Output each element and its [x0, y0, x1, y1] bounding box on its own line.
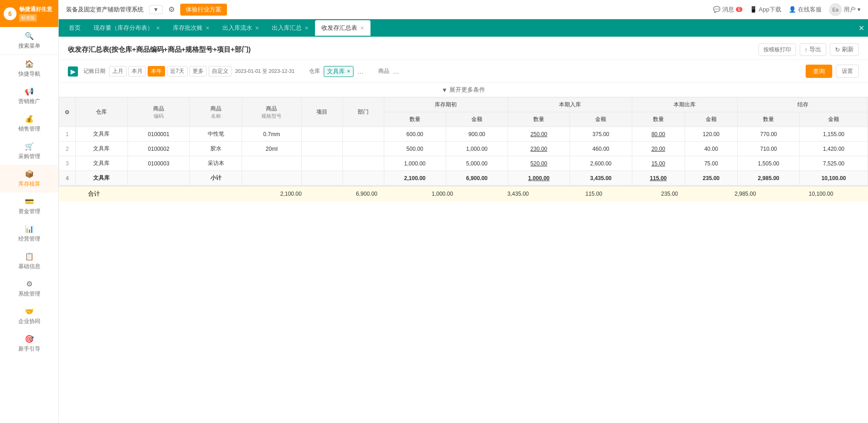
sidebar-item-basic-info[interactable]: 📋 基础信息	[0, 247, 58, 275]
goods-section: 商品 ...	[378, 67, 399, 76]
sidebar-item-purchase[interactable]: 🛒 采购管理	[0, 137, 58, 165]
row-in-qty[interactable]: 250.00	[508, 127, 570, 142]
col-project-header: 项目	[301, 98, 343, 127]
filter-toggle[interactable]: ▶	[68, 66, 78, 77]
tab-close-flow[interactable]: ✕	[255, 25, 259, 31]
table-header-row-1: ⚙ 仓库 商品编码 商品名称 商品规格型号 项目 部门 库存期初 本期入库 本期…	[59, 98, 868, 112]
warehouse-more[interactable]: ...	[357, 67, 363, 76]
sys-title: 装备及固定资产辅助管理系统	[66, 5, 144, 14]
page-title: 收发存汇总表(按仓库+商品编码+商品+规格型号+项目+部门)	[68, 45, 251, 54]
row-out-qty[interactable]: 15.00	[632, 156, 685, 171]
row-opening-qty: 500.00	[384, 142, 446, 156]
tab-close-stock[interactable]: ✕	[156, 25, 160, 31]
sidebar-item-inventory[interactable]: 📦 库存核算	[0, 165, 58, 192]
row-spec: 20ml	[242, 142, 301, 156]
warehouse-tag[interactable]: 文具库 ✕	[324, 66, 354, 77]
tab-close-inout[interactable]: ✕	[304, 25, 309, 31]
footer-opening-amt: 6,900.00	[329, 191, 404, 197]
app-icon: 📱	[750, 6, 757, 13]
tab-home[interactable]: 首页	[62, 20, 87, 36]
search-icon: 🔍	[25, 32, 34, 40]
app-download-action[interactable]: 📱 App下载	[750, 5, 781, 14]
close-all-tabs[interactable]: ✕	[858, 24, 864, 33]
date-btn-this-month[interactable]: 本月	[128, 66, 146, 77]
footer-opening-qty: 2,100.00	[253, 191, 329, 197]
date-btn-prev-month[interactable]: 上月	[109, 66, 127, 77]
tab-inout-summary[interactable]: 出入库汇总 ✕	[265, 20, 315, 36]
filter-bar: ▶ 记账日期 上月 本月 本年 近7天 更多 自定义 2023-01-01 至 …	[59, 60, 868, 83]
col-opening-qty-header: 数量	[384, 112, 446, 127]
col-opening-header: 库存期初	[384, 98, 508, 112]
expand-button[interactable]: ▼ 展开更多条件	[442, 86, 485, 94]
goods-label: 商品	[378, 67, 389, 75]
sidebar: 6 畅捷通好生意 标准版 🔍 搜索菜单 🏠 快捷导航 📢 营销推广 💰 销售管理…	[0, 0, 59, 423]
row-num: 1	[59, 127, 76, 142]
col-wh-header: 仓库	[76, 98, 128, 127]
table-body: 1文具库0100001中性笔0.7mm600.00900.00250.00375…	[59, 127, 868, 186]
sidebar-item-sales[interactable]: 💰 销售管理	[0, 110, 58, 137]
row-out-amt: 40.00	[685, 142, 737, 156]
date-range: 2023-01-01 至 2023-12-31	[235, 68, 295, 75]
tab-inout-flow[interactable]: 出入库流水 ✕	[216, 20, 265, 36]
col-spec-header: 商品规格型号	[242, 98, 301, 127]
tab-close-recv[interactable]: ✕	[360, 25, 364, 31]
system-icon: ⚙	[26, 280, 33, 288]
sidebar-item-system[interactable]: ⚙ 系统管理	[0, 275, 58, 302]
row-project	[301, 142, 343, 156]
settings-button[interactable]: 设置	[836, 65, 859, 78]
footer-out-qty: 115.00	[556, 191, 632, 197]
sidebar-item-quick-nav[interactable]: 🏠 快捷导航	[0, 55, 58, 82]
col-out-header: 本期出库	[632, 98, 738, 112]
col-in-qty-header: 数量	[508, 112, 570, 127]
tab-close-batch[interactable]: ✕	[205, 25, 210, 31]
row-out-qty[interactable]: 20.00	[632, 142, 685, 156]
trial-button[interactable]: 体验行业方案	[180, 4, 227, 16]
row-code	[127, 171, 189, 186]
footer-label: 合计	[88, 190, 116, 198]
footer-closing-qty: 2,985.00	[708, 191, 783, 197]
row-wh: 文具库	[76, 127, 128, 142]
sidebar-item-operations[interactable]: 📊 经营管理	[0, 220, 58, 247]
refresh-button[interactable]: ↻ 刷新	[830, 43, 859, 56]
row-in-qty[interactable]: 230.00	[508, 142, 570, 156]
date-btn-more[interactable]: 更多	[189, 66, 207, 77]
date-btn-7days[interactable]: 近7天	[167, 66, 188, 77]
row-dept	[343, 171, 384, 186]
query-button[interactable]: 查询	[806, 65, 832, 78]
tab-batch[interactable]: 库存批次账 ✕	[166, 20, 216, 36]
date-btn-custom[interactable]: 自定义	[209, 66, 232, 77]
sidebar-item-enterprise[interactable]: 🤝 企业协同	[0, 302, 58, 330]
row-out-qty[interactable]: 80.00	[632, 127, 685, 142]
row-code: 0100001	[127, 127, 189, 142]
message-action[interactable]: 💬 消息 6	[713, 5, 742, 14]
tab-recv-send[interactable]: 收发存汇总表 ✕	[315, 20, 370, 36]
row-closing-amt: 7,525.00	[800, 156, 868, 171]
col-dept-header: 部门	[343, 98, 384, 127]
basic-info-icon: 📋	[25, 252, 34, 261]
row-code: 0100002	[127, 142, 189, 156]
row-wh: 文具库	[76, 142, 128, 156]
row-in-qty[interactable]: 520.00	[508, 156, 570, 171]
sidebar-item-finance[interactable]: 💳 资金管理	[0, 192, 58, 220]
col-settings-header[interactable]: ⚙	[59, 98, 76, 127]
sidebar-item-new-guide[interactable]: 🎯 新手引导	[0, 330, 58, 357]
row-project	[301, 127, 343, 142]
goods-more[interactable]: ...	[393, 67, 399, 76]
sidebar-item-marketing[interactable]: 📢 营销推广	[0, 82, 58, 110]
row-in-qty[interactable]: 1,000.00	[508, 171, 570, 186]
date-btn-this-year[interactable]: 本年	[148, 66, 165, 77]
user-action[interactable]: Ea 用户 ▾	[829, 3, 861, 16]
row-out-qty[interactable]: 115.00	[632, 171, 685, 186]
print-button[interactable]: 按模板打印	[758, 44, 796, 56]
export-button[interactable]: ↑ 导出	[800, 43, 827, 56]
warehouse-tag-close[interactable]: ✕	[347, 69, 350, 74]
row-num: 2	[59, 142, 76, 156]
row-num: 3	[59, 156, 76, 171]
service-action[interactable]: 👤 在线客服	[789, 5, 822, 14]
row-name: 胶水	[190, 142, 242, 156]
sidebar-item-search[interactable]: 🔍 搜索菜单	[0, 27, 58, 55]
sys-selector[interactable]: ▼	[149, 5, 163, 14]
logo-icon: 6	[4, 7, 17, 20]
tab-stock[interactable]: 现存量（库存分布表） ✕	[87, 20, 166, 36]
settings-gear[interactable]: ⚙	[168, 5, 175, 14]
